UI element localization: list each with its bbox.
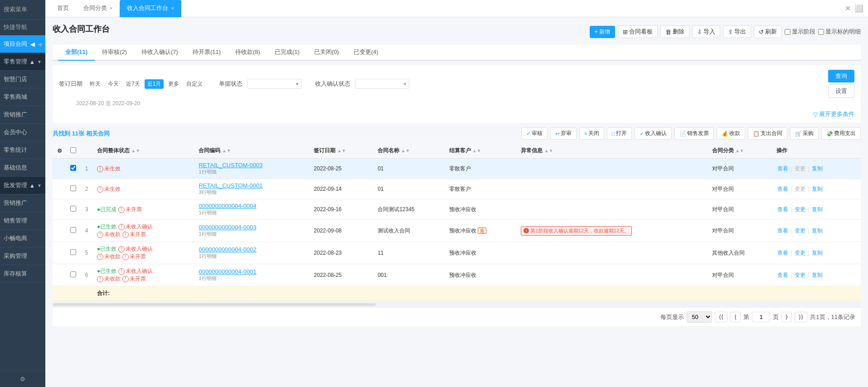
first-page-btn[interactable]: ⟨⟨ [715,312,727,322]
sidebar-item-stats[interactable]: 零售统计 [0,141,45,159]
last-page-btn[interactable]: ⟩⟩ [795,312,807,322]
sidebar-item-xiaoce[interactable]: 小畅电商 [0,230,45,247]
cell-gear[interactable] [53,199,66,220]
income-confirm-select[interactable] [355,79,409,89]
sidebar-item-purchase[interactable]: 采购管理 [0,247,45,265]
horizontal-scrollbar[interactable] [53,303,376,306]
edit-btn[interactable]: 变更 [794,227,806,234]
sidebar-item-wmarketing[interactable]: 营销推广 [0,194,45,212]
setting-button[interactable]: 设置 [828,84,854,98]
sidebar-item-marketing1[interactable]: 营销推广 [0,106,45,124]
doc-status-select[interactable] [247,79,301,89]
edit-btn[interactable]: 变更 [794,206,806,213]
prev-page-btn[interactable]: ⟨ [730,312,741,322]
edit-btn[interactable]: 变更 [794,272,806,278]
sidebar-item-inventory[interactable]: 库存核算 [0,265,45,283]
sidebar-quick-nav[interactable]: 快捷导航 [0,19,45,35]
export-button[interactable]: ⇧ 导出 [723,25,751,38]
sub-tab-closed[interactable]: 已关闭(0) [307,44,346,61]
per-page-select[interactable]: 50 100 [687,311,712,323]
refresh-button[interactable]: ↺ 刷新 [754,25,782,38]
review-btn[interactable]: ✓审核 [521,127,548,140]
col-select-all[interactable] [66,143,80,159]
contract-code-link[interactable]: RETAIL_CUSTOM-0001 [199,182,262,189]
tab-contract-type[interactable]: 合同分类 × [76,0,120,17]
collect-btn[interactable]: 💰收款 [717,127,745,140]
view-btn[interactable]: 查看 [776,272,789,278]
date-opt-last1m[interactable]: 近1月 [145,79,164,89]
sub-tab-pending-confirm[interactable]: 待收入确认(7) [134,44,185,61]
date-opt-today[interactable]: 今天 [105,79,121,89]
expense-btn[interactable]: 💸费用支出 [821,127,861,140]
view-btn[interactable]: 查看 [776,250,789,256]
open-btn[interactable]: □打开 [607,127,632,140]
page-input[interactable] [752,312,770,322]
edit-btn[interactable]: 变更 [794,165,806,172]
query-button[interactable]: 查询 [828,70,854,82]
show-phase-checkbox[interactable]: 显示阶段 [785,28,815,36]
date-opt-last7[interactable]: 近7天 [123,79,143,89]
sidebar-item-project[interactable]: 项目合同 ◀ [0,35,45,53]
delete-button[interactable]: 🗑 删除 [660,25,689,38]
sidebar-gear[interactable]: ⚙ [0,371,45,387]
income-confirm-btn[interactable]: ✓收入确认 [635,127,672,140]
sub-tab-all[interactable]: 全部(11) [58,44,95,61]
contract-code-link[interactable]: 0000000000004-0002 [199,246,256,253]
sub-tab-pending-collect[interactable]: 待收款(8) [228,44,267,61]
sidebar-item-member[interactable]: 会员中心 [0,124,45,141]
cell-checkbox[interactable] [66,242,80,264]
sidebar-search[interactable]: 搜索菜单 [0,0,45,19]
sidebar-item-basic[interactable]: 基础信息 [0,159,45,177]
copy-btn[interactable]: 复制 [811,227,824,234]
cell-checkbox[interactable] [66,159,80,179]
cell-checkbox[interactable] [66,199,80,220]
date-opt-more[interactable]: 更多 [165,79,182,89]
sales-invoice-btn[interactable]: 📄销售发票 [674,127,714,140]
contract-code-link[interactable]: 0000000000004-0004 [199,203,256,209]
copy-btn[interactable]: 复制 [811,186,824,192]
sidebar-item-smartstore[interactable]: 智慧门店 [0,71,45,88]
abandon-btn[interactable]: ↩弃审 [550,127,577,140]
edit-btn[interactable]: 变更 [794,186,806,192]
date-opt-yesterday[interactable]: 昨天 [87,79,103,89]
window-maximize-btn[interactable]: ⬜ [854,4,863,13]
view-btn[interactable]: 查看 [776,186,789,192]
sub-tab-changed[interactable]: 已变更(4) [346,44,386,61]
copy-btn[interactable]: 复制 [811,250,824,256]
cell-gear[interactable] [53,159,66,179]
window-close-btn[interactable]: ✕ [845,4,851,13]
cell-gear[interactable] [53,179,66,199]
copy-btn[interactable]: 复制 [811,272,824,278]
close-btn[interactable]: ×关闭 [579,127,604,140]
copy-btn[interactable]: 复制 [811,206,824,213]
import-button[interactable]: ⇩ 导入 [692,25,720,38]
tab-contract-type-close[interactable]: × [110,5,112,11]
contract-code-link[interactable]: 0000000000004-0001 [199,268,256,275]
show-detail-checkbox[interactable]: 显示标的明细 [818,28,861,36]
out-contract-btn[interactable]: 📋支出合同 [748,127,787,140]
sub-tab-pending-review[interactable]: 待审核(2) [95,44,134,61]
kanban-button[interactable]: ⊞ 合同看板 [618,25,658,38]
next-page-btn[interactable]: ⟩ [781,312,792,322]
cell-gear[interactable] [53,264,66,286]
sidebar-item-wholesale[interactable]: 批发管理 ▲ [0,177,45,194]
view-btn[interactable]: 查看 [776,206,789,213]
sidebar-item-sales[interactable]: 销售管理 [0,212,45,230]
tab-income-workbench[interactable]: 收入合同工作台 × [120,0,181,17]
cell-gear[interactable] [53,242,66,264]
col-gear[interactable]: ⚙ [53,143,66,159]
cell-checkbox[interactable] [66,264,80,286]
expand-filter-btn[interactable]: ▽ 展开更多条件 [813,110,854,118]
view-btn[interactable]: 查看 [776,227,789,234]
tab-home[interactable]: 首页 [50,0,76,17]
sidebar-item-ecommerce[interactable]: 零售商城 [0,88,45,106]
contract-code-link[interactable]: RETAIL_CUSTOM-0003 [199,162,262,169]
view-btn[interactable]: 查看 [776,165,789,172]
cell-checkbox[interactable] [66,179,80,199]
sidebar-item-retail[interactable]: 零售管理 ▲ [0,53,45,71]
purchase-btn[interactable]: 🛒采购 [790,127,819,140]
copy-btn[interactable]: 复制 [811,165,824,172]
cell-checkbox[interactable] [66,220,80,242]
edit-btn[interactable]: 变更 [794,250,806,256]
date-opt-custom[interactable]: 自定义 [184,79,205,89]
